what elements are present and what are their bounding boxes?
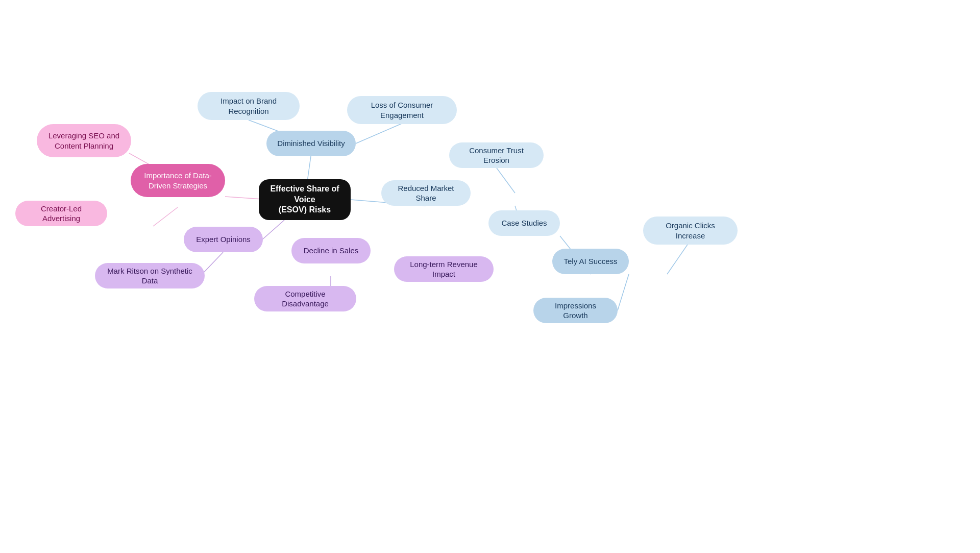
impact-brand-label: Impact on Brand Recognition — [208, 96, 289, 116]
svg-line-8 — [618, 274, 629, 310]
tely-ai-node[interactable]: Tely AI Success — [552, 249, 629, 274]
consumer-trust-label: Consumer Trust Erosion — [459, 146, 533, 165]
loss-consumer-node[interactable]: Loss of Consumer Engagement — [347, 96, 457, 124]
center-label: Effective Share of Voice (ESOV) Risks — [269, 184, 340, 215]
tely-ai-label: Tely AI Success — [564, 256, 617, 267]
longterm-revenue-node[interactable]: Long-term Revenue Impact — [394, 256, 494, 282]
diminished-node[interactable]: Diminished Visibility — [266, 131, 356, 156]
competitive-label: Competitive Disadvantage — [264, 289, 346, 309]
impressions-node[interactable]: Impressions Growth — [533, 298, 618, 323]
competitive-node[interactable]: Competitive Disadvantage — [254, 286, 356, 311]
organic-clicks-label: Organic Clicks Increase — [653, 221, 727, 241]
svg-line-16 — [153, 207, 178, 226]
reduced-market-node[interactable]: Reduced Market Share — [381, 180, 471, 206]
center-node[interactable]: Effective Share of Voice (ESOV) Risks — [259, 179, 351, 220]
longterm-revenue-label: Long-term Revenue Impact — [404, 259, 483, 279]
decline-sales-label: Decline in Sales — [304, 246, 359, 256]
impact-brand-node[interactable]: Impact on Brand Recognition — [198, 92, 300, 120]
consumer-trust-node[interactable]: Consumer Trust Erosion — [449, 142, 544, 168]
case-studies-node[interactable]: Case Studies — [488, 210, 560, 236]
decline-sales-node[interactable]: Decline in Sales — [291, 238, 371, 263]
importance-data-node[interactable]: Importance of Data-Driven Strategies — [131, 164, 225, 197]
mark-ritson-label: Mark Ritson on Synthetic Data — [105, 266, 194, 286]
creator-led-node[interactable]: Creator-Led Advertising — [15, 201, 107, 226]
leveraging-seo-label: Leveraging SEO and Content Planning — [47, 131, 121, 151]
svg-line-4 — [497, 168, 515, 193]
svg-line-3 — [356, 124, 402, 143]
expert-opinions-label: Expert Opinions — [196, 234, 251, 245]
impressions-label: Impressions Growth — [544, 301, 607, 321]
expert-opinions-node[interactable]: Expert Opinions — [184, 227, 263, 252]
importance-data-label: Importance of Data-Driven Strategies — [141, 171, 215, 190]
loss-consumer-label: Loss of Consumer Engagement — [357, 100, 447, 120]
organic-clicks-node[interactable]: Organic Clicks Increase — [643, 217, 738, 245]
diminished-label: Diminished Visibility — [277, 138, 345, 149]
case-studies-label: Case Studies — [501, 218, 547, 228]
creator-led-label: Creator-Led Advertising — [26, 204, 97, 224]
reduced-market-label: Reduced Market Share — [391, 183, 460, 203]
svg-line-12 — [262, 220, 284, 239]
leveraging-seo-node[interactable]: Leveraging SEO and Content Planning — [37, 124, 131, 157]
svg-line-7 — [667, 243, 689, 274]
mark-ritson-node[interactable]: Mark Ritson on Synthetic Data — [95, 263, 205, 288]
